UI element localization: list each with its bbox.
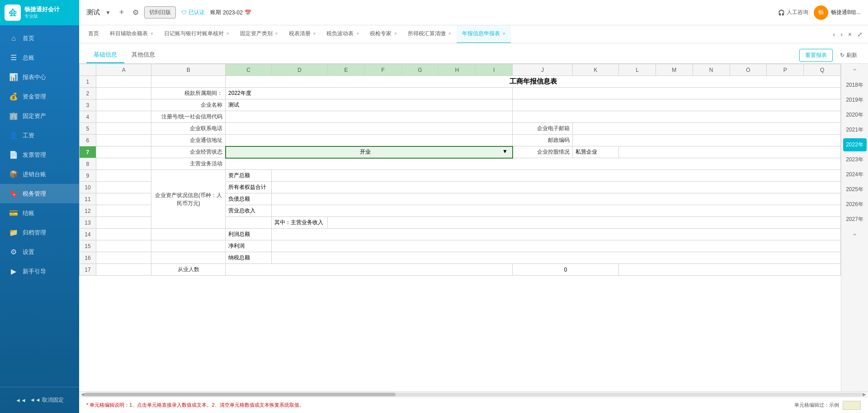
cell-15-D[interactable]: [272, 240, 841, 252]
refresh-button[interactable]: ↻ 刷新: [836, 49, 861, 61]
sidebar-item-ledger[interactable]: ☰ 总账: [0, 48, 79, 67]
tab-aux[interactable]: 科目辅助余额表 ×: [104, 25, 159, 43]
col-K[interactable]: K: [572, 64, 618, 76]
cell-8-C[interactable]: [226, 158, 841, 170]
cell-11-A[interactable]: [96, 193, 151, 205]
dropdown-arrow-icon[interactable]: ▼: [502, 148, 508, 155]
cell-7-B[interactable]: 企业经营状态: [151, 146, 226, 158]
cell-4-C[interactable]: [226, 111, 513, 123]
cell-7-A[interactable]: [96, 146, 151, 158]
year-2027[interactable]: 2027年: [843, 213, 867, 226]
sidebar-item-archive[interactable]: 📁 归档管理: [0, 223, 79, 242]
col-M[interactable]: M: [656, 64, 693, 76]
col-C[interactable]: C: [226, 64, 272, 76]
subtab-basic[interactable]: 基础信息: [86, 47, 124, 63]
switch-old-version-button[interactable]: 切到旧版: [144, 6, 176, 19]
col-Q[interactable]: Q: [804, 64, 841, 76]
col-B[interactable]: B: [151, 64, 226, 76]
tab-taxcalc[interactable]: 所得税汇算清缴 ×: [402, 25, 457, 43]
cell-7-K[interactable]: 私营企业: [572, 146, 618, 158]
settings-gear-icon[interactable]: ⚙: [132, 8, 139, 17]
horizontal-scrollbar[interactable]: ◀ ▶: [79, 391, 868, 397]
cell-17-B[interactable]: 从业人数: [151, 264, 226, 276]
cell-15-A[interactable]: [96, 240, 151, 252]
sidebar-item-settle[interactable]: 💳 结账: [0, 203, 79, 223]
sidebar-item-salary[interactable]: 👤 工资: [0, 126, 79, 145]
cell-4-B[interactable]: 注册号/统一社会信用代码: [151, 111, 226, 123]
cell-2-A[interactable]: [96, 88, 151, 99]
sidebar-item-purchase[interactable]: 📦 进销台账: [0, 164, 79, 184]
cell-8-B[interactable]: 主营业务活动: [151, 158, 226, 170]
tab-prev-button[interactable]: ‹: [831, 29, 837, 40]
cell-6-K[interactable]: [572, 135, 840, 146]
sidebar-item-asset[interactable]: 🏢 固定资产: [0, 106, 79, 126]
cell-6-A[interactable]: [96, 135, 151, 146]
cell-14-A[interactable]: [96, 229, 151, 240]
add-tab-button[interactable]: +: [116, 7, 127, 18]
scroll-right-arrow[interactable]: ▶: [863, 392, 866, 397]
cell-8-A[interactable]: [96, 158, 151, 170]
cell-17-J[interactable]: 0: [513, 264, 619, 276]
sidebar-item-report[interactable]: 📊 报表中心: [0, 67, 79, 87]
tab-close-all-button[interactable]: ×: [846, 29, 854, 40]
tab-taxsheet[interactable]: 税表清册 ×: [283, 25, 321, 43]
cell-6-J[interactable]: 邮政编码: [513, 135, 573, 146]
cell-11-C[interactable]: 负债总额: [226, 193, 272, 205]
cell-5-K[interactable]: [572, 123, 840, 135]
cell-4-A[interactable]: [96, 111, 151, 123]
cell-15-C[interactable]: 净利润: [226, 240, 272, 252]
cell-13-A[interactable]: [96, 217, 151, 229]
cell-3-B[interactable]: 企业名称: [151, 99, 226, 111]
tab-home[interactable]: 首页: [83, 25, 104, 43]
col-H[interactable]: H: [439, 64, 476, 76]
tab-expand-button[interactable]: ⤢: [855, 29, 864, 40]
cell-5-C[interactable]: [226, 123, 513, 135]
tab-annualreport[interactable]: 年报信息申报表 ×: [457, 25, 511, 43]
cell-10-A[interactable]: [96, 182, 151, 193]
year-2024[interactable]: 2024年: [843, 168, 867, 181]
cell-9-D[interactable]: [272, 170, 841, 182]
cell-16-A[interactable]: [96, 252, 151, 264]
year-2021[interactable]: 2021年: [843, 123, 867, 136]
scroll-thumb[interactable]: [85, 393, 396, 396]
cell-12-C[interactable]: 营业总收入: [226, 205, 272, 217]
tab-taxwave[interactable]: 税负波动表 ×: [321, 25, 364, 43]
cell-16-C[interactable]: 纳税总额: [226, 252, 272, 264]
subtab-other[interactable]: 其他信息: [124, 47, 162, 63]
year-scroll-down-button[interactable]: ⌄: [850, 227, 859, 239]
cell-13-D[interactable]: 其中：主营业务收入: [272, 217, 328, 229]
tab-close-icon[interactable]: ×: [503, 31, 505, 36]
cell-3-A[interactable]: [96, 99, 151, 111]
cell-16-D[interactable]: [272, 252, 841, 264]
col-A[interactable]: A: [96, 64, 151, 76]
cell-2-C[interactable]: 2022年度: [226, 88, 513, 99]
topbar-dropdown[interactable]: ▼: [105, 9, 111, 16]
col-I[interactable]: I: [476, 64, 513, 76]
cell-1-title[interactable]: 工商年报信息表: [226, 76, 841, 88]
cell-13-C[interactable]: [226, 217, 272, 229]
cell-16-B[interactable]: [151, 252, 226, 264]
tab-close-icon[interactable]: ×: [275, 31, 278, 36]
col-P[interactable]: P: [767, 64, 804, 76]
reset-report-button[interactable]: 重置报表: [799, 49, 833, 62]
cell-1-A[interactable]: [96, 76, 151, 88]
sidebar-pin-button[interactable]: ◄◄ ◄◄ 取消固定: [0, 392, 79, 408]
cell-12-A[interactable]: [96, 205, 151, 217]
col-L[interactable]: L: [619, 64, 656, 76]
cell-9-C[interactable]: 资产总额: [226, 170, 272, 182]
tab-asset[interactable]: 固定资产类别 ×: [235, 25, 283, 43]
year-scroll-up-button[interactable]: ⌃: [850, 66, 859, 78]
cell-2-B[interactable]: 税款所属期间：: [151, 88, 226, 99]
cell-2-J[interactable]: [513, 88, 841, 99]
cell-14-B[interactable]: [151, 229, 226, 240]
cell-9-A[interactable]: [96, 170, 151, 182]
cell-6-B[interactable]: 企业通信地址: [151, 135, 226, 146]
year-2020[interactable]: 2020年: [843, 108, 867, 122]
customer-service-button[interactable]: 🎧 人工咨询: [778, 9, 808, 16]
tab-close-icon[interactable]: ×: [394, 31, 397, 36]
scroll-left-arrow[interactable]: ◀: [81, 392, 85, 397]
tab-close-icon[interactable]: ×: [151, 31, 153, 36]
cell-3-C[interactable]: 测试: [226, 99, 513, 111]
tab-close-icon[interactable]: ×: [313, 31, 316, 36]
cell-17-L[interactable]: [619, 264, 841, 276]
